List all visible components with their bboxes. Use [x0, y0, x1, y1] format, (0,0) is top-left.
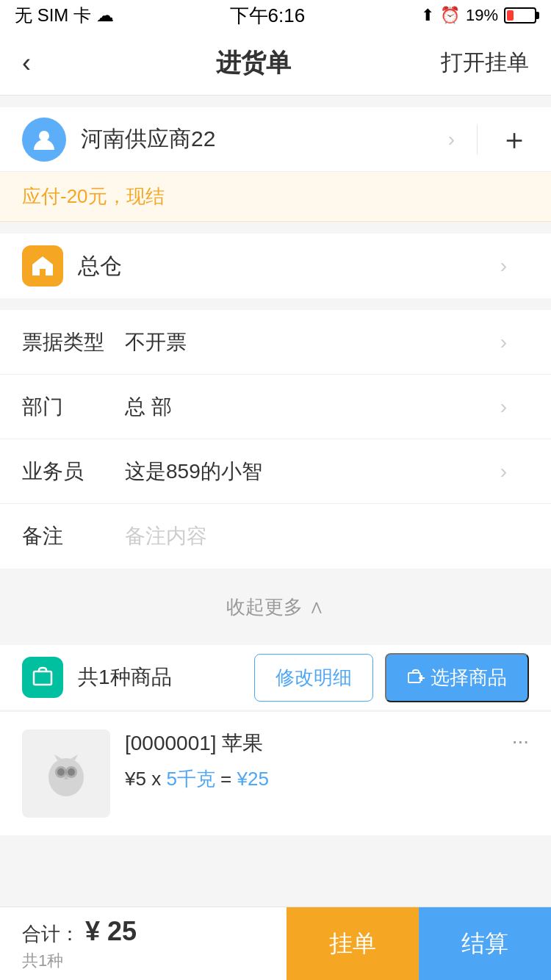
equals-sign: =: [220, 768, 237, 790]
svg-rect-1: [34, 671, 51, 685]
supplier-section: 河南供应商22 › ＋ 应付-20元，现结: [0, 107, 551, 222]
product-count-text: 共1种商品: [78, 663, 254, 691]
product-count-icon: [22, 657, 63, 698]
product-price: ¥5 x 5千克 = ¥25: [125, 766, 485, 792]
dept-row[interactable]: 部门 总 部 ›: [0, 375, 551, 439]
dept-value: 总 部: [110, 393, 500, 421]
warehouse-section: 总仓 ›: [0, 234, 551, 298]
vertical-divider: [477, 125, 478, 154]
product-title: 苹果: [222, 732, 263, 754]
supplier-name: 河南供应商22: [81, 124, 448, 154]
sales-row[interactable]: 业务员 这是859的小智 ›: [0, 439, 551, 504]
footer-total-row: 合计： ¥ 25: [22, 916, 264, 947]
warehouse-chevron-icon: ›: [500, 254, 507, 278]
edit-detail-button[interactable]: 修改明细: [254, 654, 373, 702]
signal-text: 无 SIM 卡 ☁: [15, 4, 114, 27]
status-bar: 无 SIM 卡 ☁ 下午6:16 ⬆ ⏰ 19%: [0, 0, 551, 31]
svg-point-8: [57, 768, 65, 776]
dept-chevron-icon: ›: [500, 395, 507, 419]
svg-rect-2: [408, 673, 420, 682]
pending-button[interactable]: 挂单: [287, 907, 419, 981]
open-pending-button[interactable]: 打开挂单: [441, 48, 529, 78]
footer: 合计： ¥ 25 共1种 挂单 结算: [0, 907, 551, 980]
location-icon: ⬆: [421, 6, 434, 25]
select-product-button[interactable]: 选择商品: [385, 653, 529, 702]
status-right: ⬆ ⏰ 19%: [421, 6, 536, 25]
product-header: 共1种商品 修改明细 选择商品: [0, 645, 551, 710]
supplier-row[interactable]: 河南供应商22 › ＋: [0, 107, 551, 172]
warehouse-icon: [22, 245, 63, 287]
footer-count: 共1种: [22, 950, 264, 972]
warehouse-row[interactable]: 总仓 ›: [0, 234, 551, 298]
supplier-avatar: [22, 118, 66, 162]
remark-label: 备注: [22, 522, 110, 550]
product-total: ¥25: [237, 768, 269, 790]
owl-logo: [37, 744, 96, 803]
sales-chevron-icon: ›: [500, 460, 507, 483]
add-supplier-button[interactable]: ＋: [500, 119, 529, 159]
alarm-icon: ⏰: [440, 6, 460, 25]
battery-icon: [504, 7, 536, 24]
person-icon: [31, 126, 57, 153]
battery-text: 19%: [466, 6, 498, 25]
select-product-label: 选择商品: [431, 665, 507, 691]
svg-point-0: [39, 131, 49, 141]
invoice-value: 不开票: [110, 328, 500, 356]
svg-point-9: [68, 768, 75, 776]
product-name: [0000001] 苹果: [125, 729, 485, 757]
total-amount: ¥ 25: [85, 916, 137, 947]
page-title: 进货单: [216, 46, 291, 80]
multiply-sign: x: [151, 768, 166, 790]
invoice-chevron-icon: ›: [500, 331, 507, 354]
nav-bar: ‹ 进货单 打开挂单: [0, 31, 551, 96]
status-time: 下午6:16: [230, 3, 306, 29]
product-info: [0000001] 苹果 ¥5 x 5千克 = ¥25: [125, 729, 485, 792]
warehouse-name: 总仓: [78, 251, 500, 281]
footer-total: 合计： ¥ 25 共1种: [0, 916, 287, 972]
form-section: 票据类型 不开票 › 部门 总 部 › 业务员 这是859的小智 › 备注 备注…: [0, 310, 551, 569]
sales-label: 业务员: [22, 458, 110, 486]
product-item: [0000001] 苹果 ¥5 x 5千克 = ¥25 ···: [0, 711, 551, 835]
collapse-more-button[interactable]: 收起更多 ∧: [0, 580, 551, 633]
product-code: [0000001]: [125, 732, 217, 754]
divider-1: [0, 96, 551, 107]
remark-input[interactable]: 备注内容: [110, 522, 529, 550]
collapse-label: 收起更多 ∧: [226, 594, 324, 620]
invoice-row[interactable]: 票据类型 不开票 ›: [0, 310, 551, 375]
cart-add-icon: [407, 669, 425, 686]
unit-price: ¥5: [125, 768, 146, 790]
product-more-button[interactable]: ···: [485, 729, 529, 753]
chevron-right-icon: ›: [448, 128, 455, 151]
notice-text: 应付-20元，现结: [22, 185, 165, 207]
invoice-label: 票据类型: [22, 328, 110, 356]
notice-bar: 应付-20元，现结: [0, 172, 551, 222]
house-icon: [31, 254, 54, 278]
divider-2: [0, 222, 551, 234]
quantity: 5千克: [166, 768, 215, 790]
cart-icon: [31, 666, 54, 689]
total-label: 合计：: [22, 921, 79, 947]
status-left: 无 SIM 卡 ☁: [15, 4, 114, 27]
back-button[interactable]: ‹: [22, 48, 66, 79]
product-thumbnail: [22, 729, 110, 818]
settle-button[interactable]: 结算: [419, 907, 551, 981]
dept-label: 部门: [22, 393, 110, 421]
sales-value: 这是859的小智: [110, 458, 500, 486]
remark-row[interactable]: 备注 备注内容: [0, 504, 551, 569]
